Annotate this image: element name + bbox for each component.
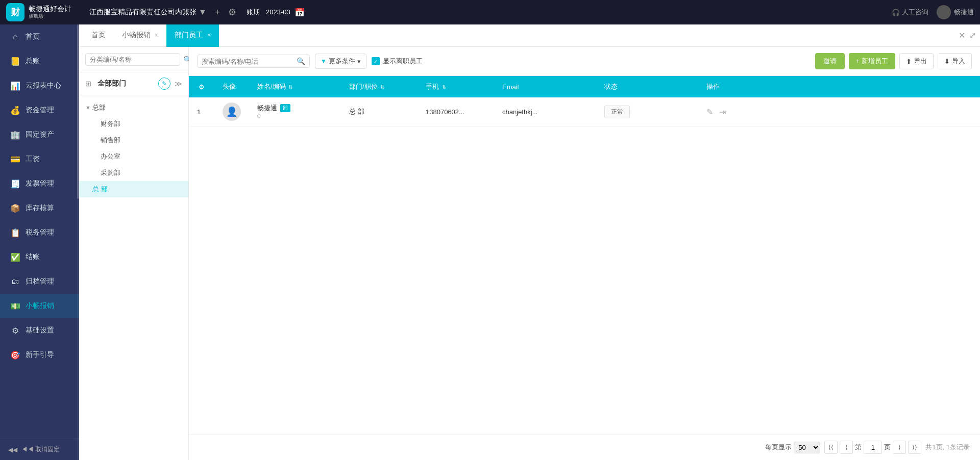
- settlement-icon: ✅: [10, 252, 20, 262]
- invoice-icon: 🧾: [10, 178, 20, 189]
- sidebar: ⌂ 首页 📒 总账 📊 云报表中心 💰 资金管理 🏢 固定资产 💳 工资 🧾 发…: [0, 24, 79, 460]
- sidebar-item-archive[interactable]: 🗂 归档管理: [0, 269, 79, 294]
- tab-department-close[interactable]: ×: [207, 32, 211, 39]
- sidebar-item-assets[interactable]: 🏢 固定资产: [0, 122, 79, 147]
- sidebar-item-home[interactable]: ⌂ 首页: [0, 24, 79, 49]
- sidebar-item-reports[interactable]: 📊 云报表中心: [0, 73, 79, 98]
- sidebar-item-settings[interactable]: ⚙ 基础设置: [0, 318, 79, 343]
- edit-icon[interactable]: ✎: [706, 107, 713, 117]
- sidebar-item-funds[interactable]: 💰 资金管理: [0, 98, 79, 122]
- dept-panel: 🔍 ⊞ 全部部门 ✎ ≫ ▼ 总部 财务部: [79, 47, 189, 460]
- col-name-code[interactable]: 姓名/编码 ⇅: [249, 76, 341, 97]
- calendar-icon[interactable]: 📅: [295, 8, 305, 17]
- logout-icon[interactable]: ⇥: [719, 107, 726, 117]
- tab-bar: 首页 小畅报销 × 部门员工 × ✕ ⤢: [79, 24, 980, 47]
- row-status: 正常: [596, 97, 698, 126]
- invite-button[interactable]: 邀请: [815, 53, 845, 69]
- guide-icon: 🎯: [10, 350, 20, 360]
- tab-expense-close[interactable]: ×: [155, 32, 158, 39]
- employee-data-table: ⚙ 头像 姓名/编码 ⇅ 部门/职位 ⇅: [189, 76, 980, 126]
- tab-close-all-icon[interactable]: ✕: [959, 31, 965, 40]
- page-size-area: 每页显示 50 10 20 100: [765, 442, 820, 453]
- export-button[interactable]: ⬆ 导出: [899, 53, 934, 69]
- show-resigned-toggle[interactable]: ✓ 显示离职员工: [372, 57, 423, 66]
- dept-tree: ▼ 总部 财务部 销售部 办公室: [79, 95, 188, 460]
- dept-node-hq[interactable]: ▼ 总部: [79, 99, 188, 116]
- dept-node-sales[interactable]: 销售部: [79, 132, 188, 148]
- sidebar-item-invoice[interactable]: 🧾 发票管理: [0, 171, 79, 196]
- service-button[interactable]: 🎧 人工咨询: [892, 8, 928, 17]
- tab-expand-icon[interactable]: ⤢: [969, 31, 976, 40]
- sidebar-item-inventory[interactable]: 📦 库存核算: [0, 196, 79, 220]
- add-employee-button[interactable]: + 新增员工: [849, 53, 895, 69]
- col-phone[interactable]: 手机 ⇅: [418, 76, 494, 97]
- per-page-select[interactable]: 50 10 20 100: [794, 442, 820, 453]
- sort-arrows-dept: ⇅: [380, 84, 384, 90]
- dept-edit-button[interactable]: ✎: [158, 78, 170, 90]
- period-label: 账期 2023-03: [244, 8, 292, 17]
- unpin-button[interactable]: ◀◀ ◀◀ 取消固定: [0, 439, 79, 460]
- sidebar-item-salary[interactable]: 💳 工资: [0, 147, 79, 171]
- sidebar-item-guide[interactable]: 🎯 新手引导: [0, 343, 79, 367]
- expand-icon: ▼: [85, 105, 92, 111]
- dept-node-label: 总 部: [92, 185, 182, 194]
- dept-collapse-icon[interactable]: ≫: [175, 80, 182, 88]
- import-icon: ⬇: [944, 58, 950, 65]
- company-dropdown[interactable]: ▼: [199, 8, 207, 17]
- last-page-button[interactable]: ⟩⟩: [908, 441, 921, 454]
- funds-icon: 💰: [10, 105, 20, 115]
- sidebar-scrollbar[interactable]: [77, 24, 79, 460]
- sidebar-item-tax[interactable]: 📋 税务管理: [0, 220, 79, 245]
- col-dept-position[interactable]: 部门/职位 ⇅: [341, 76, 418, 97]
- employee-search-box: 🔍: [197, 55, 310, 68]
- first-page-button[interactable]: ⟨⟨: [824, 441, 838, 454]
- dept-node-finance[interactable]: 财务部: [79, 116, 188, 132]
- app-logo: 财: [6, 3, 24, 21]
- home-icon: ⌂: [10, 32, 20, 42]
- employee-search-input[interactable]: [202, 58, 293, 65]
- dept-node-purchase[interactable]: 采购部: [79, 165, 188, 181]
- unpin-icon: ◀◀: [8, 446, 17, 453]
- dept-node-general[interactable]: 总 部: [79, 181, 188, 197]
- import-button[interactable]: ⬇ 导入: [938, 53, 972, 69]
- dept-search-input[interactable]: [85, 53, 180, 66]
- table-header: ⚙ 头像 姓名/编码 ⇅ 部门/职位 ⇅: [189, 76, 980, 97]
- action-icons: ✎ ⇥: [706, 107, 972, 117]
- app-subtext: 旗舰版: [29, 13, 71, 20]
- sidebar-item-settlement[interactable]: ✅ 结账: [0, 245, 79, 269]
- col-actions: 操作: [698, 76, 980, 97]
- sidebar-item-label: 库存核算: [26, 203, 54, 213]
- user-area[interactable]: 畅捷通: [937, 5, 974, 19]
- tab-expense[interactable]: 小畅报销 ×: [114, 24, 166, 47]
- next-page-button[interactable]: ⟩: [893, 441, 906, 454]
- top-header: 财 畅捷通好会计 旗舰版 江西服宝精品有限责任公司内账张 ▼ + ⚙ 账期 20…: [0, 0, 980, 24]
- sidebar-item-ledger[interactable]: 📒 总账: [0, 49, 79, 73]
- header-right: 🎧 人工咨询 畅捷通: [892, 5, 974, 19]
- col-name-code-label: 姓名/编码: [257, 83, 286, 90]
- filter-dropdown-icon: ▾: [357, 58, 361, 65]
- prev-page-button[interactable]: ⟨: [840, 441, 853, 454]
- row-avatar: 👤: [214, 97, 249, 126]
- sidebar-item-expense[interactable]: 💵 小畅报销: [0, 294, 79, 318]
- filter-button[interactable]: ▼ 更多条件 ▾: [315, 54, 366, 69]
- dept-node-office[interactable]: 办公室: [79, 148, 188, 165]
- col-settings[interactable]: ⚙: [189, 76, 214, 97]
- page-input[interactable]: [864, 441, 882, 454]
- employee-table: ⚙ 头像 姓名/编码 ⇅ 部门/职位 ⇅: [189, 76, 980, 434]
- employee-name-text: 畅捷通: [257, 104, 277, 113]
- tab-department[interactable]: 部门员工 ×: [166, 24, 219, 47]
- dept-node-label: 采购部: [101, 168, 182, 177]
- app-name: 畅捷通好会计: [29, 5, 71, 13]
- add-company-button[interactable]: +: [215, 7, 220, 18]
- export-label: 导出: [914, 57, 927, 66]
- dept-badge: 部: [280, 104, 290, 112]
- employee-search-icon[interactable]: 🔍: [297, 57, 305, 65]
- tab-home[interactable]: 首页: [83, 24, 114, 47]
- settings-icon[interactable]: ⚙: [228, 7, 236, 18]
- show-resigned-checkbox[interactable]: ✓: [372, 57, 380, 65]
- import-label: 导入: [952, 57, 965, 66]
- employee-avatar: 👤: [223, 103, 241, 121]
- status-badge: 正常: [604, 106, 630, 118]
- assets-icon: 🏢: [10, 130, 20, 140]
- tab-home-label: 首页: [91, 31, 106, 40]
